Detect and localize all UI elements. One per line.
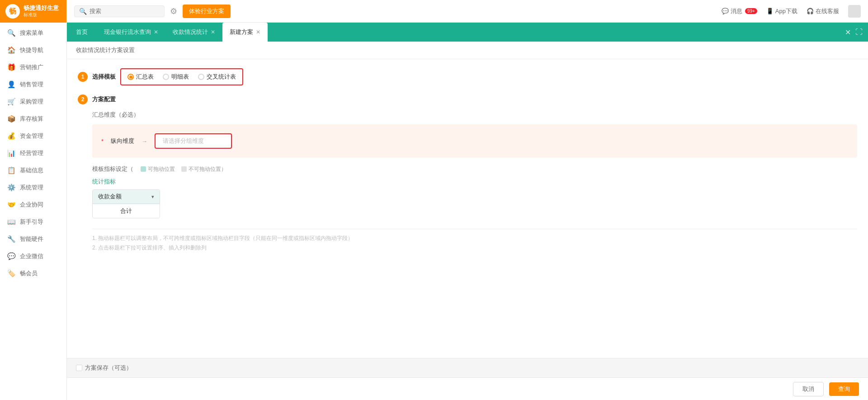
tab-minimize-icon[interactable]: ✕ <box>845 28 851 37</box>
purchase-icon: 🛒 <box>7 98 15 106</box>
notification-item[interactable]: 💬 消息 99+ <box>722 7 757 15</box>
step1-section: 1 选择模板 汇总表 明细表 交叉统计表 <box>78 68 857 85</box>
wechat-icon: 💬 <box>7 252 15 260</box>
topbar-right: 💬 消息 99+ 📱 App下载 🎧 在线客服 <box>722 5 861 18</box>
sidebar-item-label: 资金管理 <box>20 132 43 140</box>
sidebar-item-nav[interactable]: 🏠 快捷导航 <box>0 42 66 59</box>
chevron-down-icon[interactable]: ▾ <box>151 194 154 200</box>
sidebar-item-finance[interactable]: 💰 资金管理 <box>0 127 66 145</box>
tab-stats[interactable]: 收款情况统计 ✕ <box>165 23 222 42</box>
sidebar-item-basic[interactable]: 📋 基础信息 <box>0 162 66 179</box>
member-icon: 🏷️ <box>7 269 15 278</box>
search-icon: 🔍 <box>79 8 87 15</box>
hardware-icon: 🔧 <box>7 235 15 243</box>
sidebar-item-collab[interactable]: 🤝 企业协同 <box>0 196 66 213</box>
tips-area: 1. 拖动标题栏可以调整布局，不可跨维度或指标区域拖动栏目字段（只能在同一维度或… <box>92 229 857 252</box>
save-checkbox[interactable] <box>76 365 82 371</box>
form-area: 1 选择模板 汇总表 明细表 交叉统计表 <box>67 59 868 358</box>
step2-header: 2 方案配置 <box>78 94 857 104</box>
radio-detail-circle <box>163 74 169 80</box>
notification-label: 消息 <box>731 7 742 15</box>
sidebar-item-label: 智能硬件 <box>20 235 43 243</box>
tabbar: 首页 现金银行流水查询 ✕ 收款情况统计 ✕ 新建方案 ✕ ✕ ⛶ <box>67 23 868 42</box>
tab-home[interactable]: 首页 <box>67 23 97 42</box>
topbar: 🔍 ⚙ 体验行业方案 💬 消息 99+ 📱 App下载 🎧 在线客服 <box>67 0 868 23</box>
indicator-section: 模板指标设定（ 可拖动位置 不可拖动位置） <box>92 165 857 220</box>
sidebar-item-inventory[interactable]: 📦 库存核算 <box>0 110 66 127</box>
query-button[interactable]: 查询 <box>829 382 859 396</box>
notification-icon: 💬 <box>722 8 729 14</box>
finance-icon: 💰 <box>7 132 15 140</box>
radio-summary-circle <box>127 74 134 80</box>
step2-title: 方案配置 <box>92 95 116 104</box>
sidebar-item-sales[interactable]: 👤 销售管理 <box>0 76 66 93</box>
step1-badge: 1 <box>78 72 88 82</box>
tab-bank-close[interactable]: ✕ <box>154 29 158 35</box>
sidebar-item-hardware[interactable]: 🔧 智能硬件 <box>0 231 66 248</box>
radio-crosstab-circle <box>198 74 204 80</box>
user-avatar[interactable] <box>848 5 861 18</box>
draggable-legend-dot <box>141 166 146 172</box>
inventory-icon: 📦 <box>7 115 15 123</box>
breadcrumb: 收款情况统计方案设置 <box>76 47 135 53</box>
sidebar-item-label: 营销推广 <box>20 63 43 71</box>
sidebar-item-label: 企业协同 <box>20 201 43 209</box>
radio-summary[interactable]: 汇总表 <box>127 73 154 81</box>
vertical-label: 纵向维度 <box>111 137 134 145</box>
download-item[interactable]: 📱 App下载 <box>766 7 797 15</box>
step2-badge: 2 <box>78 94 88 104</box>
basic-icon: 📋 <box>7 166 15 174</box>
tab-maximize-icon[interactable]: ⛶ <box>855 28 863 36</box>
main: 🔍 ⚙ 体验行业方案 💬 消息 99+ 📱 App下载 🎧 在线客服 首页 <box>67 0 868 400</box>
indicator-header-row: 模板指标设定（ 可拖动位置 不可拖动位置） <box>92 165 857 173</box>
logo-icon: 畅 <box>5 4 20 19</box>
sidebar-item-system[interactable]: ⚙️ 系统管理 <box>0 179 66 196</box>
indicator-table-header[interactable]: 收款金额 ▾ <box>93 190 160 204</box>
tab-new-plan[interactable]: 新建方案 ✕ <box>222 23 268 42</box>
step1-header: 1 选择模板 汇总表 明细表 交叉统计表 <box>78 68 857 85</box>
action-bar: 取消 查询 <box>67 377 868 400</box>
search-icon: 🔍 <box>7 29 15 37</box>
sidebar-item-wechat[interactable]: 💬 企业微信 <box>0 248 66 265</box>
sidebar-item-member[interactable]: 🏷️ 畅会员 <box>0 265 66 282</box>
tab-stats-close[interactable]: ✕ <box>211 29 215 35</box>
sidebar-item-purchase[interactable]: 🛒 采购管理 <box>0 93 66 110</box>
template-options: 汇总表 明细表 交叉统计表 <box>120 68 243 85</box>
sidebar-item-marketing[interactable]: 🎁 营销推广 <box>0 59 66 76</box>
gear-icon[interactable]: ⚙ <box>170 6 177 16</box>
sidebar-item-management[interactable]: 📊 经营管理 <box>0 145 66 162</box>
sidebar-item-guide[interactable]: 📖 新手引导 <box>0 213 66 231</box>
tab-new-plan-close[interactable]: ✕ <box>256 29 260 35</box>
search-box[interactable]: 🔍 <box>74 5 165 17</box>
step1-title: 选择模板 <box>92 73 116 81</box>
radio-summary-label: 汇总表 <box>136 73 154 81</box>
save-checkbox-item[interactable]: 方案保存（可选） <box>76 364 132 372</box>
sidebar-item-label: 销售管理 <box>20 80 43 89</box>
tab-stats-label: 收款情况统计 <box>173 28 208 36</box>
download-label: App下载 <box>775 7 797 15</box>
support-item[interactable]: 🎧 在线客服 <box>807 7 839 15</box>
dimension-row: * 纵向维度 → 请选择分组维度 <box>101 133 848 149</box>
sidebar-item-search[interactable]: 🔍 搜索菜单 <box>0 24 66 42</box>
save-label: 方案保存（可选） <box>85 364 132 372</box>
cancel-button[interactable]: 取消 <box>793 382 824 396</box>
download-icon: 📱 <box>766 8 774 14</box>
industry-btn[interactable]: 体验行业方案 <box>183 5 231 18</box>
sidebar-item-label: 畅会员 <box>20 269 38 278</box>
sidebar-item-label: 采购管理 <box>20 98 43 106</box>
collab-icon: 🤝 <box>7 201 15 209</box>
search-input[interactable] <box>90 8 153 14</box>
support-label: 在线客服 <box>816 7 839 15</box>
system-icon: ⚙️ <box>7 184 15 192</box>
sidebar-item-label: 基础信息 <box>20 166 43 174</box>
tab-bank[interactable]: 现金银行流水查询 ✕ <box>97 23 165 42</box>
page-header: 收款情况统计方案设置 <box>67 42 868 59</box>
sidebar-item-label: 搜索菜单 <box>20 29 43 37</box>
sidebar-item-label: 快捷导航 <box>20 46 43 54</box>
radio-crosstab[interactable]: 交叉统计表 <box>198 73 236 81</box>
radio-detail[interactable]: 明细表 <box>163 73 189 81</box>
dimension-select[interactable]: 请选择分组维度 <box>155 133 232 149</box>
arrow-icon: → <box>142 138 147 145</box>
support-icon: 🎧 <box>807 8 814 14</box>
draggable-legend-label: 可拖动位置 <box>148 165 175 173</box>
